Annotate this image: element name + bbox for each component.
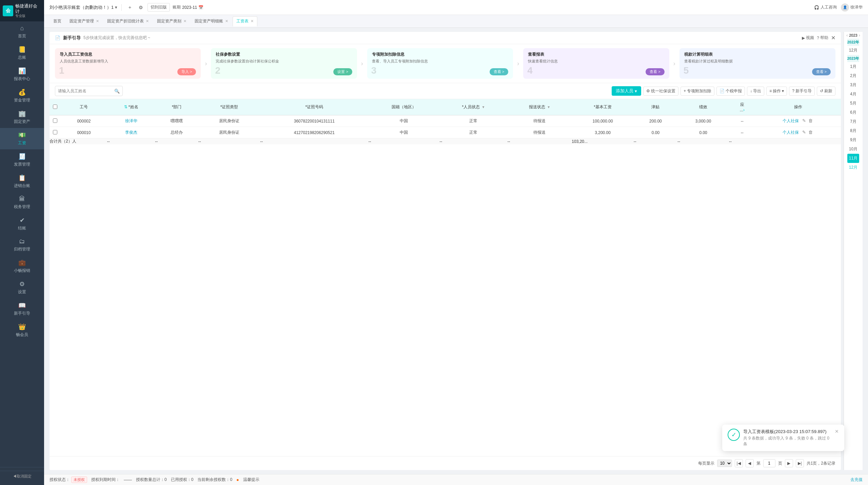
unfix-sidebar-button[interactable]: ◀取消固定 bbox=[0, 471, 44, 482]
checkbox-0[interactable] bbox=[53, 118, 57, 123]
tab-close-固定资产管理[interactable]: ✕ bbox=[96, 19, 99, 23]
sidebar-item-payroll[interactable]: 💵工资 bbox=[0, 128, 44, 149]
tax-report-button[interactable]: 📄 个税申报 bbox=[716, 87, 745, 96]
personal-insurance-link-0[interactable]: 个人社保 bbox=[783, 118, 799, 123]
page-size-select[interactable]: 10 20 50 bbox=[717, 460, 732, 467]
guide-arrow-3: › bbox=[513, 60, 523, 67]
guide-close-button[interactable]: ✕ bbox=[831, 35, 835, 41]
user-profile[interactable]: 👤 徐泽华 bbox=[841, 3, 863, 12]
apply-more-icon[interactable]: › bbox=[743, 108, 745, 112]
sidebar-item-settings[interactable]: ⚙设置 bbox=[0, 277, 44, 298]
tab-工资表[interactable]: 工资表✕ bbox=[233, 16, 257, 26]
sidebar-item-expense[interactable]: 💼小畅报销 bbox=[0, 256, 44, 277]
guide-video-link[interactable]: ▶ 视频 bbox=[802, 35, 814, 41]
delete-icon-0[interactable]: 🗑 bbox=[808, 118, 813, 123]
last-page-button[interactable]: ▶| bbox=[796, 459, 804, 467]
sidebar-item-home[interactable]: ⌂首页 bbox=[0, 21, 44, 42]
sidebar-item-archive[interactable]: 🗂归档管理 bbox=[0, 235, 44, 256]
report-filter-icon[interactable]: ▼ bbox=[547, 105, 550, 109]
tab-首页[interactable]: 首页 bbox=[50, 16, 65, 26]
step-btn-2[interactable]: 设置 > bbox=[333, 68, 352, 75]
tab-close-工资表[interactable]: ✕ bbox=[251, 19, 254, 23]
sort-icon[interactable]: ⇅ bbox=[124, 105, 127, 109]
period-selector[interactable]: 账期 2023-11 📅 bbox=[173, 4, 203, 10]
step-btn-5[interactable]: 查看 > bbox=[812, 68, 831, 75]
tab-close-固定资产折旧统计表[interactable]: ✕ bbox=[146, 19, 149, 23]
cal-month-2023-9[interactable]: 9月 bbox=[847, 135, 859, 145]
sidebar-item-closing[interactable]: ✔结账 bbox=[0, 213, 44, 235]
page-number-input[interactable] bbox=[763, 459, 775, 467]
calendar-icon[interactable]: 📅 bbox=[198, 5, 203, 10]
sidebar-item-fixed-assets[interactable]: 🏢固定资产 bbox=[0, 107, 44, 128]
name-link-1[interactable]: 李俊杰 bbox=[125, 130, 137, 135]
search-input[interactable] bbox=[58, 89, 113, 93]
export-button[interactable]: ↓ 导出 bbox=[747, 87, 764, 96]
ai-service-button[interactable]: 🎧 人工咨询 bbox=[814, 4, 837, 10]
guide-step-card-1: 导入员工工资信息 人员信息及工资数据新增导入 导入 > 1 bbox=[55, 48, 201, 79]
toast-close-button[interactable]: ✕ bbox=[835, 429, 839, 434]
cal-month-2023-10[interactable]: 10月 bbox=[847, 145, 859, 154]
cal-month-2023-7[interactable]: 7月 bbox=[847, 117, 859, 126]
cal-next-button[interactable]: › bbox=[859, 33, 860, 38]
add-dropdown-icon[interactable]: ▾ bbox=[635, 89, 637, 94]
sidebar-item-tax[interactable]: 🏛税务管理 bbox=[0, 192, 44, 213]
social-insurance-settings-button[interactable]: ⚙ 统一社保设置 bbox=[643, 87, 678, 96]
prev-page-button[interactable]: ◀ bbox=[746, 459, 754, 467]
video-label: 视频 bbox=[806, 35, 814, 41]
tab-close-固定资产明细账[interactable]: ✕ bbox=[225, 19, 228, 23]
sidebar-item-guide[interactable]: 📖新手引导 bbox=[0, 298, 44, 320]
tab-固定资产类别[interactable]: 固定资产类别✕ bbox=[153, 16, 190, 26]
tab-固定资产管理[interactable]: 固定资产管理✕ bbox=[66, 16, 103, 26]
operations-button[interactable]: ≡ 操作 ▾ bbox=[766, 87, 787, 96]
guide-help-link[interactable]: ? 帮助 bbox=[817, 35, 828, 41]
select-all-checkbox[interactable] bbox=[53, 105, 57, 109]
first-page-button[interactable]: |◀ bbox=[735, 459, 743, 467]
edit-icon-1[interactable]: ✎ bbox=[802, 130, 806, 135]
cal-month-2023-3[interactable]: 3月 bbox=[847, 80, 859, 90]
cal-month-2023-1[interactable]: 1月 bbox=[847, 62, 859, 71]
next-page-button[interactable]: ▶ bbox=[785, 459, 793, 467]
tab-close-固定资产类别[interactable]: ✕ bbox=[183, 19, 186, 23]
tab-固定资产明细账[interactable]: 固定资产明细账✕ bbox=[191, 16, 232, 26]
cal-prev-button[interactable]: ‹ bbox=[846, 33, 848, 38]
sidebar-item-funds[interactable]: 💰资金管理 bbox=[0, 85, 44, 107]
switch-version-button[interactable]: 切到旧版 bbox=[147, 3, 170, 12]
settings-button[interactable]: ⚙ bbox=[137, 3, 145, 12]
cal-month-2023-6[interactable]: 6月 bbox=[847, 108, 859, 117]
cal-month-2023-4[interactable]: 4月 bbox=[847, 90, 859, 99]
sidebar-item-member[interactable]: 👑畅会员 bbox=[0, 320, 44, 341]
sidebar-item-reports[interactable]: 📊报表中心 bbox=[0, 64, 44, 85]
add-person-button[interactable]: 添加人员 ▾ bbox=[612, 86, 641, 96]
cal-month-2022-12[interactable]: 12月 bbox=[847, 46, 859, 55]
personal-insurance-link-1[interactable]: 个人社保 bbox=[783, 130, 799, 135]
row-checkbox-1[interactable] bbox=[50, 127, 61, 138]
refresh-button[interactable]: ↺ 刷新 bbox=[817, 87, 835, 96]
name-link-0[interactable]: 徐泽华 bbox=[125, 118, 137, 123]
account-selector[interactable]: 刘小艳演示账套（勿删勿动！）1 ▾ bbox=[50, 4, 117, 11]
cal-month-2023-5[interactable]: 5月 bbox=[847, 99, 859, 108]
cal-month-2023-12[interactable]: 12月 bbox=[847, 163, 859, 172]
go-buy-link[interactable]: 去充值 bbox=[850, 477, 863, 483]
edit-icon-0[interactable]: ✎ bbox=[802, 118, 806, 123]
step-btn-1[interactable]: 导入 > bbox=[177, 68, 196, 75]
special-deduction-button[interactable]: + 专项附加扣除 bbox=[680, 87, 714, 96]
pagination-bar: 每页显示 10 20 50 |◀ ◀ 第 页 ▶ ▶| 共1页，2条记录 bbox=[50, 456, 841, 470]
checkbox-1[interactable] bbox=[53, 130, 57, 134]
guide-button[interactable]: ? 新手引导 bbox=[789, 87, 815, 96]
step-btn-3[interactable]: 查看 > bbox=[490, 68, 508, 75]
row-checkbox-0[interactable] bbox=[50, 115, 61, 127]
account-dropdown-icon[interactable]: ▾ bbox=[115, 5, 117, 10]
delete-icon-1[interactable]: 🗑 bbox=[808, 130, 813, 135]
sidebar-item-sales-ledger[interactable]: 📋进销台账 bbox=[0, 171, 44, 192]
add-account-button[interactable]: ＋ bbox=[126, 3, 134, 12]
select-all-header[interactable] bbox=[50, 99, 61, 115]
cal-month-2023-11[interactable]: 11月 bbox=[847, 154, 859, 163]
step-btn-4[interactable]: 查看 > bbox=[646, 68, 664, 75]
cal-month-2023-2[interactable]: 2月 bbox=[847, 71, 859, 80]
status-filter-icon[interactable]: ▼ bbox=[481, 105, 485, 109]
sidebar-item-general-ledger[interactable]: 📒总账 bbox=[0, 42, 44, 64]
search-icon[interactable]: 🔍 bbox=[114, 89, 120, 94]
cal-month-2023-8[interactable]: 8月 bbox=[847, 126, 859, 135]
sidebar-item-invoices[interactable]: 🧾发票管理 bbox=[0, 149, 44, 171]
tab-固定资产折旧统计表[interactable]: 固定资产折旧统计表✕ bbox=[103, 16, 153, 26]
